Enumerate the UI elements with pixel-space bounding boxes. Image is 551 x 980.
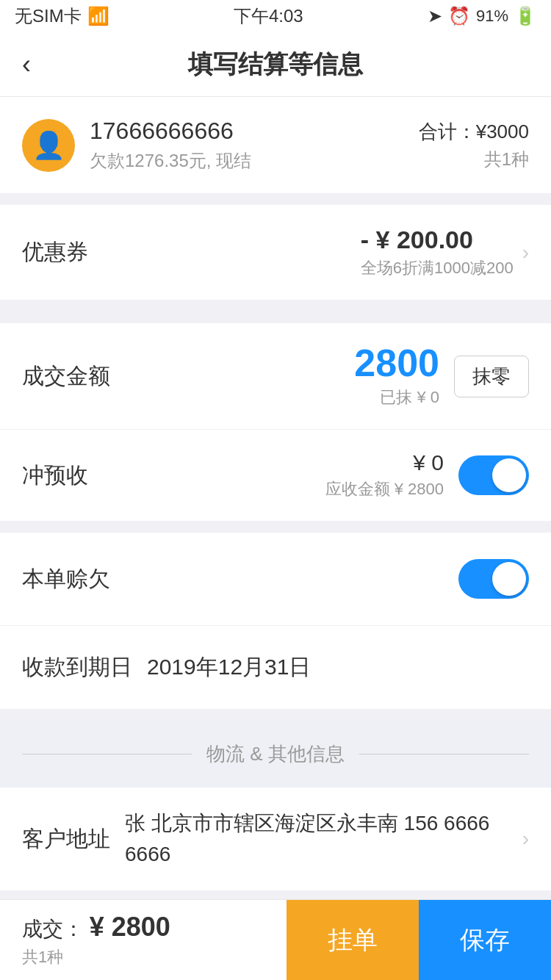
nav-bar: ‹ 填写结算等信息 (0, 32, 551, 97)
debit-label: 本单赊欠 (22, 564, 110, 594)
battery-text: 91% (476, 7, 508, 26)
back-button[interactable]: ‹ (22, 51, 31, 78)
debit-toggle-knob (492, 562, 526, 596)
duedate-row: 收款到期日 2019年12月31日 (0, 625, 551, 709)
amount-right: 2800 已抹 ¥ 0 抹零 (354, 344, 529, 408)
customer-card: 👤 17666666666 欠款1276.35元, 现结 合计：¥3000 共1… (0, 97, 551, 193)
logistics-line-left (22, 754, 192, 754)
bottom-deal-amount: ¥ 2800 (90, 912, 170, 942)
save-button[interactable]: 保存 (419, 900, 551, 981)
address-chevron-icon: › (522, 827, 529, 851)
bottom-deal-label: 成交： (22, 918, 84, 940)
coupon-info: - ¥ 200.00 全场6折满1000减200 (361, 226, 514, 279)
coupon-label: 优惠券 (22, 237, 88, 267)
status-time: 下午4:03 (234, 4, 303, 28)
section-divider-2 (0, 521, 551, 533)
advance-row: 冲预收 ¥ 0 应收金额 ¥ 2800 (0, 429, 551, 521)
customer-phone: 17666666666 (90, 118, 251, 145)
advance-label: 冲预收 (22, 461, 88, 491)
chevron-right-icon: › (522, 241, 529, 264)
logistics-line-right (359, 754, 529, 754)
hold-order-button[interactable]: 挂单 (287, 900, 419, 981)
wifi-icon: 📶 (87, 6, 109, 26)
debit-toggle[interactable] (458, 559, 529, 599)
amount-label: 成交金额 (22, 361, 110, 392)
toggle-knob (492, 458, 526, 492)
avatar-icon: 👤 (32, 130, 65, 161)
advance-value: ¥ 0 (325, 450, 444, 475)
bottom-summary: 成交： ¥ 2800 共1种 (0, 912, 287, 968)
customer-debt: 欠款1276.35元, 现结 (90, 149, 251, 173)
debit-row: 本单赊欠 (0, 533, 551, 625)
no-sim-text: 无SIM卡 (15, 4, 82, 28)
total-count: 共1种 (419, 148, 529, 171)
logistics-text: 物流 & 其他信息 (206, 741, 345, 767)
battery-icon: 🔋 (514, 6, 536, 26)
location-icon: ➤ (428, 6, 442, 26)
alarm-icon: ⏰ (448, 6, 470, 26)
amount-sub: 已抹 ¥ 0 (354, 386, 439, 408)
advance-toggle[interactable] (458, 455, 529, 495)
bottom-deal-count: 共1种 (22, 946, 264, 968)
customer-info: 17666666666 欠款1276.35元, 现结 (90, 118, 251, 173)
page-title: 填写结算等信息 (188, 48, 363, 82)
bottom-bar: 成交： ¥ 2800 共1种 挂单 保存 (0, 899, 551, 980)
amount-value: 2800 (354, 344, 439, 382)
duedate-label: 收款到期日 (22, 652, 132, 682)
total-label: 合计：¥3000 (419, 119, 529, 145)
status-left: 无SIM卡 📶 (15, 4, 109, 28)
coupon-discount: - ¥ 200.00 (361, 226, 514, 254)
advance-value-wrap: ¥ 0 应收金额 ¥ 2800 (325, 450, 444, 500)
customer-left: 👤 17666666666 欠款1276.35元, 现结 (22, 118, 251, 173)
logistics-divider: 物流 & 其他信息 (0, 721, 551, 788)
section-divider-1 (0, 311, 551, 323)
coupon-desc: 全场6折满1000减200 (361, 257, 514, 279)
status-bar: 无SIM卡 📶 下午4:03 ➤ ⏰ 91% 🔋 (0, 0, 551, 32)
coupon-right: - ¥ 200.00 全场6折满1000减200 › (361, 226, 529, 279)
bottom-deal-row: 成交： ¥ 2800 (22, 912, 264, 943)
avatar: 👤 (22, 119, 75, 172)
address-row[interactable]: 客户地址 张 北京市市辖区海淀区永丰南 156 6666 6666 › (0, 788, 551, 890)
address-label: 客户地址 (22, 824, 110, 854)
address-value: 张 北京市市辖区海淀区永丰南 156 6666 6666 (110, 808, 522, 870)
amount-value-wrap: 2800 已抹 ¥ 0 (354, 344, 439, 408)
advance-sub: 应收金额 ¥ 2800 (325, 478, 444, 500)
round-zero-button[interactable]: 抹零 (454, 356, 529, 397)
duedate-value: 2019年12月31日 (147, 652, 311, 682)
advance-right: ¥ 0 应收金额 ¥ 2800 (325, 450, 529, 500)
customer-right: 合计：¥3000 共1种 (419, 119, 529, 171)
status-right: ➤ ⏰ 91% 🔋 (428, 6, 536, 26)
section-divider-3 (0, 709, 551, 721)
amount-row: 成交金额 2800 已抹 ¥ 0 抹零 (0, 323, 551, 429)
coupon-row[interactable]: 优惠券 - ¥ 200.00 全场6折满1000减200 › (0, 205, 551, 300)
